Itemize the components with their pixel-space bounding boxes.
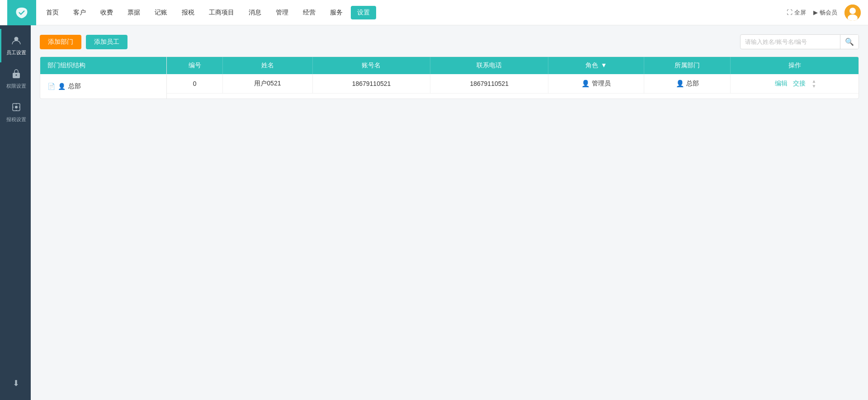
col-action: 操作 — [731, 57, 859, 74]
download-icon: ⬇ — [13, 378, 19, 388]
vip-label: 畅会员 — [820, 9, 837, 17]
scroll-arrows: ▲ ▼ — [812, 79, 816, 89]
cell-account: 18679110521 — [312, 74, 430, 94]
sidebar-item-tax-settings-label: 报税设置 — [6, 116, 26, 123]
sidebar-item-permission-label: 权限设置 — [6, 83, 26, 89]
fullscreen-label: 全屏 — [794, 9, 806, 17]
sidebar-item-employee-label: 员工设置 — [6, 49, 26, 56]
col-id: 编号 — [167, 57, 223, 74]
dept-person-icon: 👤 — [58, 83, 66, 90]
nav-right-area: ⛶ 全屏 ▶ 畅会员 — [787, 5, 861, 21]
fullscreen-button[interactable]: ⛶ 全屏 — [787, 9, 806, 17]
toolbar: 添加部门 添加员工 🔍 — [40, 34, 859, 49]
dept-file-icon: 📄 — [47, 83, 55, 90]
tax-settings-icon — [11, 102, 21, 114]
nav-client[interactable]: 客户 — [67, 6, 92, 19]
sidebar-item-employee[interactable]: 员工设置 — [0, 29, 31, 62]
col-phone: 联系电话 — [430, 57, 548, 74]
edit-button[interactable]: 编辑 — [773, 80, 789, 87]
sidebar-item-permission[interactable]: 权限设置 — [0, 62, 31, 96]
content-area: 添加部门 添加员工 🔍 部门组织结构 📄 👤 总部 — [31, 25, 868, 400]
main-layout: 员工设置 权限设置 报税设置 — [0, 25, 868, 400]
user-avatar[interactable] — [844, 5, 861, 21]
dept-person-icon-row: 👤 — [676, 80, 684, 88]
table-row: 0 用户0521 18679110521 18679110521 👤 管理员 — [167, 74, 859, 94]
employee-table: 编号 姓名 账号名 联系电话 角色 ▼ 所属部门 操作 — [167, 57, 859, 99]
table: 编号 姓名 账号名 联系电话 角色 ▼ 所属部门 操作 — [167, 57, 859, 94]
cell-dept: 👤 总部 — [644, 74, 731, 94]
transfer-button[interactable]: 交接 — [791, 80, 807, 87]
cell-id: 0 — [167, 74, 223, 94]
col-role: 角色 ▼ — [548, 57, 644, 74]
svg-point-1 — [849, 8, 856, 14]
nav-business[interactable]: 工商项目 — [203, 6, 241, 19]
col-account: 账号名 — [312, 57, 430, 74]
dept-item-root-label: 总部 — [68, 82, 81, 90]
main-panel: 部门组织结构 📄 👤 总部 编号 姓名 账号名 — [40, 56, 859, 99]
top-navigation: 首页 客户 收费 票据 记账 报税 工商项目 消息 管理 经营 服务 设置 ⛶ … — [0, 0, 868, 25]
sidebar-item-tax-settings[interactable]: 报税设置 — [0, 96, 31, 129]
scroll-down-icon: ▼ — [812, 84, 816, 89]
employee-icon — [11, 35, 21, 47]
nav-message[interactable]: 消息 — [242, 6, 268, 19]
nav-invoice[interactable]: 票据 — [121, 6, 146, 19]
cell-phone: 18679110521 — [430, 74, 548, 94]
col-name: 姓名 — [223, 57, 312, 74]
nav-menu: 首页 客户 收费 票据 记账 报税 工商项目 消息 管理 经营 服务 设置 — [40, 6, 787, 19]
role-person-icon: 👤 — [581, 80, 590, 88]
vip-icon: ▶ — [813, 9, 818, 16]
permission-icon — [12, 69, 21, 81]
nav-fee[interactable]: 收费 — [94, 6, 119, 19]
nav-account[interactable]: 记账 — [148, 6, 174, 19]
table-header: 编号 姓名 账号名 联系电话 角色 ▼ 所属部门 操作 — [167, 57, 859, 74]
nav-home[interactable]: 首页 — [40, 6, 65, 19]
search-bar: 🔍 — [740, 34, 859, 49]
svg-point-5 — [15, 75, 17, 76]
cell-role-text: 管理员 — [592, 80, 611, 88]
app-logo — [7, 0, 36, 25]
cell-dept-text: 总部 — [686, 80, 699, 88]
sidebar: 员工设置 权限设置 报税设置 — [0, 25, 31, 400]
nav-service[interactable]: 服务 — [324, 6, 349, 19]
svg-point-3 — [14, 37, 18, 41]
nav-manage[interactable]: 管理 — [269, 6, 295, 19]
add-dept-button[interactable]: 添加部门 — [40, 35, 81, 49]
cell-actions: 编辑 交接 ▲ ▼ — [731, 74, 859, 94]
scroll-up-icon: ▲ — [812, 79, 816, 84]
col-dept: 所属部门 — [644, 57, 731, 74]
nav-settings[interactable]: 设置 — [351, 6, 376, 19]
dept-tree-body: 📄 👤 总部 — [40, 74, 166, 99]
nav-tax[interactable]: 报税 — [175, 6, 201, 19]
sidebar-bottom: ⬇ — [0, 372, 31, 400]
search-button[interactable]: 🔍 — [840, 35, 859, 49]
table-body: 0 用户0521 18679110521 18679110521 👤 管理员 — [167, 74, 859, 94]
cell-name: 用户0521 — [223, 74, 312, 94]
vip-button[interactable]: ▶ 畅会员 — [813, 9, 837, 17]
svg-point-7 — [15, 106, 18, 108]
dept-tree: 部门组织结构 📄 👤 总部 — [40, 57, 167, 99]
cell-role: 👤 管理员 — [548, 74, 644, 94]
nav-operation[interactable]: 经营 — [297, 6, 322, 19]
sidebar-download[interactable]: ⬇ — [0, 372, 31, 395]
search-icon: 🔍 — [845, 38, 854, 46]
role-filter-icon[interactable]: ▼ — [601, 61, 607, 69]
dept-tree-header: 部门组织结构 — [40, 57, 166, 74]
dept-item-root[interactable]: 📄 👤 总部 — [47, 80, 159, 93]
add-emp-button[interactable]: 添加员工 — [86, 35, 127, 49]
search-input[interactable] — [741, 36, 840, 48]
fullscreen-icon: ⛶ — [787, 9, 793, 16]
